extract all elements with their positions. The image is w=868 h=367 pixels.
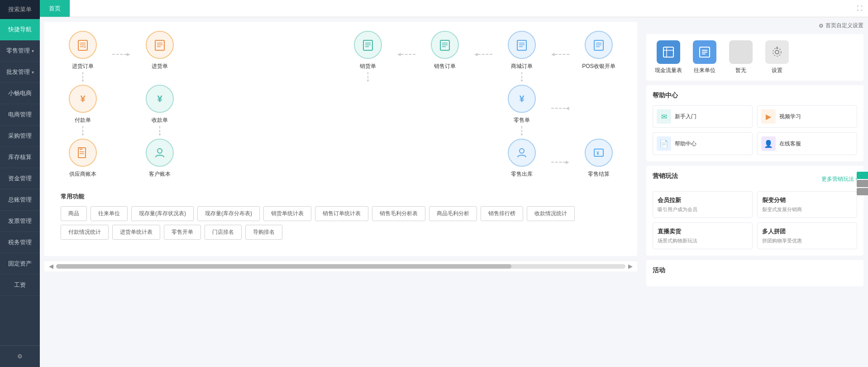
svg-rect-8 <box>363 40 372 50</box>
group-desc: 拼团购物享受优惠 <box>762 237 852 244</box>
func-btn-7[interactable]: 商品毛利分析 <box>429 206 477 221</box>
func-btn-2[interactable]: 现存量(库存状况表) <box>131 206 194 221</box>
func-btn-6[interactable]: 销售毛利分析表 <box>372 206 425 221</box>
sidebar-search[interactable]: 搜索菜单 <box>0 0 40 19</box>
sidebar-item-ecommerce-small[interactable]: 小畅电商 <box>0 83 40 104</box>
settings-icon-box <box>765 40 789 64</box>
float-btn-community[interactable]: 服务社区 <box>857 180 868 187</box>
marketing-item-member[interactable]: 会员拉新 吸引用户成为会员 <box>653 191 753 218</box>
help-center-title: 帮助中心 <box>653 92 857 100</box>
help-center-panel: 帮助中心 ✉ 新手入门 ▶ 视频学习 📄 帮助中心 👤 <box>646 85 863 161</box>
fission-desc: 裂变式发展分销商 <box>762 206 852 213</box>
tab-home[interactable]: 首页 <box>40 0 70 17</box>
cashflow-label: 现金流量表 <box>655 67 682 74</box>
sidebar-item-inventory[interactable]: 库存核算 <box>0 147 40 168</box>
scroll-right-arrow[interactable]: ▶ <box>628 263 633 270</box>
func-btn-13[interactable]: 门店排名 <box>205 225 242 240</box>
func-btn-12[interactable]: 零售开单 <box>164 225 201 240</box>
flow-node-retail-out[interactable]: 零售出库 <box>492 139 551 178</box>
flow-node-customer-account[interactable]: 客户账本 <box>130 139 189 178</box>
scroll-track[interactable] <box>56 264 625 269</box>
purchase-icon <box>146 31 174 59</box>
func-btn-14[interactable]: 导购排名 <box>245 225 282 240</box>
pos-label: POS收银开单 <box>582 63 615 70</box>
customer-account-icon <box>146 139 174 167</box>
func-btn-3[interactable]: 现存量(库存分布表) <box>197 206 260 221</box>
flow-node-supplier-account[interactable]: 供应商账本 <box>53 139 112 178</box>
help-item-support[interactable]: 👤 在线客服 <box>757 132 857 155</box>
quick-icon-empty[interactable]: 暂无 <box>725 40 757 74</box>
contacts-label: 往来单位 <box>694 67 715 74</box>
retail-settle-label: 零售结算 <box>588 170 610 178</box>
quick-icon-cashflow[interactable]: 现金流量表 <box>653 40 684 74</box>
sidebar-item-purchase[interactable]: 采购管理 <box>0 126 40 147</box>
svg-rect-16 <box>517 40 526 50</box>
sidebar-item-invoice[interactable]: 发票管理 <box>0 211 40 232</box>
marketing-item-live[interactable]: 直播卖货 场景式购物新玩法 <box>653 222 753 249</box>
payment-label: 付款单 <box>75 116 91 124</box>
marketing-item-group[interactable]: 多人拼团 拼团购物享受优惠 <box>757 222 857 249</box>
flow-node-pos[interactable]: POS收银开单 <box>569 31 628 70</box>
flow-node-sale[interactable]: 销货单 <box>339 31 397 70</box>
float-btn-desktop[interactable]: 桌面快捷 <box>857 188 868 195</box>
retail-label: 零售单 <box>514 116 530 124</box>
sidebar-item-retail[interactable]: 零售管理 ▾ <box>0 40 40 62</box>
content-area: 进货订单 ▶ <box>40 17 868 367</box>
support-icon: 👤 <box>761 136 776 151</box>
fullscreen-icon: ⛶ <box>857 5 863 12</box>
flow-node-sale-order[interactable]: 销售订单 <box>415 31 474 70</box>
flow-node-payment[interactable]: ¥ 付款单 <box>53 85 112 124</box>
func-btn-11[interactable]: 进货单统计表 <box>112 225 160 240</box>
supplier-account-label: 供应商账本 <box>69 170 96 178</box>
purchase-order-label: 进货订单 <box>72 63 94 70</box>
sidebar-item-tax[interactable]: 税务管理 <box>0 232 40 253</box>
func-btn-4[interactable]: 销货单统计表 <box>263 206 311 221</box>
float-buttons: 客服热线 服务社区 桌面快捷 <box>857 172 868 195</box>
float-btn-hotline[interactable]: 客服热线 <box>857 172 868 179</box>
expand-icon[interactable]: ⛶ <box>851 5 868 12</box>
receipt-icon: ¥ <box>146 85 174 113</box>
flow-node-retail[interactable]: ¥ 零售单 <box>492 85 551 124</box>
func-btn-9[interactable]: 收款情况统计 <box>527 206 575 221</box>
func-btn-0[interactable]: 商品 <box>61 206 87 221</box>
flow-node-mall-order[interactable]: 商城订单 <box>492 31 551 70</box>
help-item-helpcenter[interactable]: 📄 帮助中心 <box>653 132 753 155</box>
sidebar-item-quicknav[interactable]: 快捷导航 <box>0 19 40 40</box>
member-title: 会员拉新 <box>658 196 748 204</box>
empty-label: 暂无 <box>735 67 746 74</box>
sidebar-item-salary[interactable]: 工资 <box>0 275 40 296</box>
common-functions-title: 常用功能 <box>61 193 621 201</box>
sidebar-gear-button[interactable]: ⚙ <box>0 345 40 367</box>
workflow-card: 进货订单 ▶ <box>44 22 637 256</box>
func-btn-8[interactable]: 销售排行榜 <box>481 206 523 221</box>
func-btn-1[interactable]: 往来单位 <box>91 206 128 221</box>
flow-node-receipt[interactable]: ¥ 收款单 <box>130 85 189 124</box>
help-item-beginner[interactable]: ✉ 新手入门 <box>653 105 753 128</box>
quick-icon-settings[interactable]: 设置 <box>761 40 793 74</box>
scroll-left-arrow[interactable]: ◀ <box>49 263 53 270</box>
flow-node-retail-settle[interactable]: ¥ 零售结算 <box>569 139 628 178</box>
sidebar-item-ledger[interactable]: 总账管理 <box>0 189 40 211</box>
svg-rect-4 <box>155 40 164 50</box>
flow-node-purchase-order[interactable]: 进货订单 <box>53 31 112 70</box>
quick-icon-contacts[interactable]: 往来单位 <box>689 40 720 74</box>
member-desc: 吸引用户成为会员 <box>658 206 748 213</box>
marketing-item-fission[interactable]: 裂变分销 裂变式发展分销商 <box>757 191 857 218</box>
sidebar-item-wholesale[interactable]: 批发管理 ▾ <box>0 62 40 83</box>
sidebar-item-assets[interactable]: 固定资产 <box>0 253 40 275</box>
func-btn-5[interactable]: 销售订单统计表 <box>315 206 368 221</box>
help-item-video[interactable]: ▶ 视频学习 <box>757 105 857 128</box>
more-marketing-link[interactable]: 更多营销玩法 › <box>821 175 857 183</box>
gear-icon: ⚙ <box>17 353 23 360</box>
home-setting-link[interactable]: ⚙ 首页自定义设置 <box>646 22 863 29</box>
svg-rect-0 <box>78 40 87 50</box>
svg-text:¥: ¥ <box>596 150 600 156</box>
cashflow-icon-box <box>657 40 680 64</box>
svg-point-28 <box>157 149 162 153</box>
marketing-panel: 营销玩法 更多营销玩法 › 会员拉新 吸引用户成为会员 裂变分销 裂变式发展分销… <box>646 166 863 256</box>
sidebar-item-finance[interactable]: 资金管理 <box>0 168 40 189</box>
flow-node-purchase[interactable]: 进货单 <box>130 31 189 70</box>
sidebar-item-ecommerce[interactable]: 电商管理 <box>0 104 40 126</box>
retail-out-icon <box>508 139 536 167</box>
func-btn-10[interactable]: 付款情况统计 <box>61 225 109 240</box>
